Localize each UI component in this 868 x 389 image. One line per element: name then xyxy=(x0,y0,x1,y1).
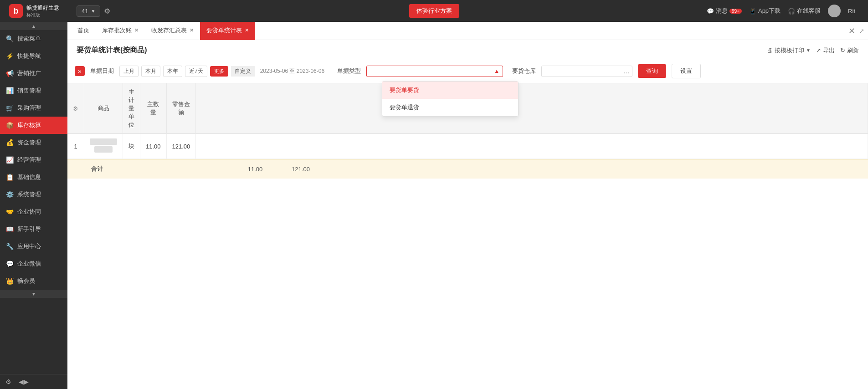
operations-icon: 📈 xyxy=(5,156,14,164)
col-extra xyxy=(196,83,868,134)
refresh-icon: ↻ xyxy=(840,47,845,54)
footer-quantity: 11.00 xyxy=(232,166,278,173)
tab-order-stats[interactable]: 要货单统计表 ✕ xyxy=(200,22,255,40)
cell-amount: 121.00 xyxy=(166,134,196,159)
tab-inventory-batch[interactable]: 库存批次账 ✕ xyxy=(96,22,145,40)
sidebar-scroll-down[interactable]: ▼ xyxy=(0,290,67,298)
filter-date-group: 上月 本月 本年 近7天 更多 自定义 xyxy=(119,66,255,77)
search-icon: 🔍 xyxy=(5,35,14,43)
sidebar-item-guide[interactable]: 📖 新手引导 xyxy=(0,220,67,238)
date-range-display: 2023-05-06 至 2023-06-06 xyxy=(260,67,324,75)
maximize-window-icon[interactable]: ⤢ xyxy=(859,27,864,35)
tab-receipt-summary[interactable]: 收发存汇总表 ✕ xyxy=(145,22,200,40)
date-current-year-btn[interactable]: 本年 xyxy=(163,66,182,77)
date-custom-btn[interactable]: 自定义 xyxy=(231,66,255,77)
user-name: Rit xyxy=(848,8,855,15)
sidebar-settings-icon[interactable]: ⚙ xyxy=(5,378,11,385)
warehouse-more-icon[interactable]: … xyxy=(623,67,630,75)
warehouse-input[interactable] xyxy=(541,66,632,77)
type-dropdown: 要货单要货 要货单退货 xyxy=(382,81,519,117)
sidebar-item-member[interactable]: 👑 畅会员 xyxy=(0,272,67,290)
col-settings: ⚙ xyxy=(67,83,84,134)
date-more-btn[interactable]: 更多 xyxy=(210,66,228,77)
type-label: 单据类型 xyxy=(337,67,361,75)
app-logo-icon: b xyxy=(9,4,23,18)
app-selector[interactable]: 41 ▼ xyxy=(77,5,100,17)
print-button[interactable]: 🖨 按模板打印 ▼ xyxy=(767,46,811,55)
basicinfo-icon: 📋 xyxy=(5,173,14,181)
refresh-button[interactable]: ↻ 刷新 xyxy=(840,46,859,55)
sidebar-item-quicknav[interactable]: ⚡ 快捷导航 xyxy=(0,47,67,65)
col-product: 商品 xyxy=(84,83,123,134)
app-download-action[interactable]: 📱 App下载 xyxy=(749,7,781,15)
sidebar-item-appcenter[interactable]: 🔧 应用中心 xyxy=(0,238,67,255)
sales-icon: 📊 xyxy=(5,87,14,95)
footer-label: 合计 xyxy=(91,165,178,173)
sidebar-scroll-up[interactable]: ▲ xyxy=(0,22,67,30)
sidebar-item-inventory[interactable]: 📦 库存核算 xyxy=(0,117,67,134)
guide-icon: 📖 xyxy=(5,225,14,233)
home-label: 首页 xyxy=(77,26,89,35)
print-chevron-icon: ▼ xyxy=(806,48,811,53)
sidebar-item-search[interactable]: 🔍 搜索菜单 xyxy=(0,30,67,47)
online-service-action[interactable]: 🎧 在线客服 xyxy=(788,7,821,15)
cell-unit: 块 xyxy=(123,134,140,159)
date-current-month-btn[interactable]: 本月 xyxy=(141,66,160,77)
app-name: 畅捷通好生意 xyxy=(26,4,59,12)
col-quantity: 主数量 xyxy=(140,83,167,134)
tab-receipt-summary-close[interactable]: ✕ xyxy=(190,27,194,33)
cell-extra xyxy=(196,134,868,159)
tab-home[interactable]: 首页 xyxy=(71,22,96,40)
page-content: 要货单统计表(按商品) 🖨 按模板打印 ▼ ↗ 导出 ↻ xyxy=(67,40,868,389)
sidebar-item-operations[interactable]: 📈 经营管理 xyxy=(0,151,67,169)
member-icon: 👑 xyxy=(5,277,14,285)
headset-icon: 🎧 xyxy=(788,8,795,15)
sidebar-item-basicinfo[interactable]: 📋 基础信息 xyxy=(0,169,67,186)
date-prev-month-btn[interactable]: 上月 xyxy=(119,66,139,77)
sidebar-item-system[interactable]: ⚙️ 系统管理 xyxy=(0,186,67,203)
tab-order-stats-close[interactable]: ✕ xyxy=(245,27,249,33)
tab-bar: 首页 库存批次账 ✕ 收发存汇总表 ✕ 要货单统计表 ✕ ✕ ⤢ xyxy=(67,22,868,40)
system-icon: ⚙️ xyxy=(5,190,14,199)
wechat-icon: 💬 xyxy=(5,260,14,268)
tab-maximize-area: ✕ ⤢ xyxy=(848,26,864,36)
close-window-icon[interactable]: ✕ xyxy=(848,26,855,36)
notifications-action[interactable]: 💬 消息 99+ xyxy=(707,7,742,15)
filter-expand-button[interactable]: » xyxy=(75,66,85,76)
date-7days-btn[interactable]: 近7天 xyxy=(185,66,207,77)
sidebar-collapse-icon[interactable]: ◀▶ xyxy=(19,378,29,385)
type-input[interactable] xyxy=(366,66,503,77)
type-dropdown-chevron-icon[interactable]: ▲ xyxy=(494,68,499,74)
sidebar-item-wechat[interactable]: 💬 企业微信 xyxy=(0,255,67,272)
bell-icon: 💬 xyxy=(707,8,714,15)
column-settings-icon[interactable]: ⚙ xyxy=(73,105,78,112)
trial-button[interactable]: 体验行业方案 xyxy=(409,4,459,18)
finance-icon: 💰 xyxy=(5,138,14,147)
sidebar-item-marketing[interactable]: 📢 营销推广 xyxy=(0,65,67,82)
query-button[interactable]: 查询 xyxy=(638,64,666,78)
settings-gear-icon[interactable]: ⚙ xyxy=(104,7,110,15)
sidebar: ▲ 🔍 搜索菜单 ⚡ 快捷导航 📢 营销推广 📊 销售管理 🛒 采购管理 xyxy=(0,22,67,389)
table-footer: 合计 11.00 121.00 xyxy=(67,159,868,179)
cell-product xyxy=(84,134,123,159)
warehouse-label: 要货仓库 xyxy=(512,67,536,75)
user-avatar[interactable] xyxy=(828,5,841,17)
footer-amount: 121.00 xyxy=(278,166,324,173)
dropdown-item-order-return[interactable]: 要货单退货 xyxy=(382,99,518,116)
inventory-icon: 📦 xyxy=(5,121,14,129)
cell-seq: 1 xyxy=(67,134,84,159)
tab-order-stats-label: 要货单统计表 xyxy=(206,26,242,35)
sidebar-item-enterprise[interactable]: 🤝 企业协同 xyxy=(0,203,67,220)
filter-bar: » 单据日期 上月 本月 本年 近7天 更多 自定义 2023-05-06 至 … xyxy=(67,59,868,83)
sidebar-item-sales[interactable]: 📊 销售管理 xyxy=(0,82,67,99)
expand-arrows-icon: » xyxy=(78,67,82,75)
dropdown-item-order-goods[interactable]: 要货单要货 xyxy=(382,82,518,99)
sidebar-item-finance[interactable]: 💰 资金管理 xyxy=(0,134,67,151)
type-input-wrap: ▲ xyxy=(366,66,503,77)
export-button[interactable]: ↗ 导出 xyxy=(816,46,835,55)
logo-area: b 畅捷通好生意 标准版 xyxy=(5,4,73,18)
tab-inventory-batch-close[interactable]: ✕ xyxy=(134,27,139,33)
setting-button[interactable]: 设置 xyxy=(672,64,701,78)
sidebar-item-purchase[interactable]: 🛒 采购管理 xyxy=(0,99,67,117)
download-icon: 📱 xyxy=(749,8,756,15)
